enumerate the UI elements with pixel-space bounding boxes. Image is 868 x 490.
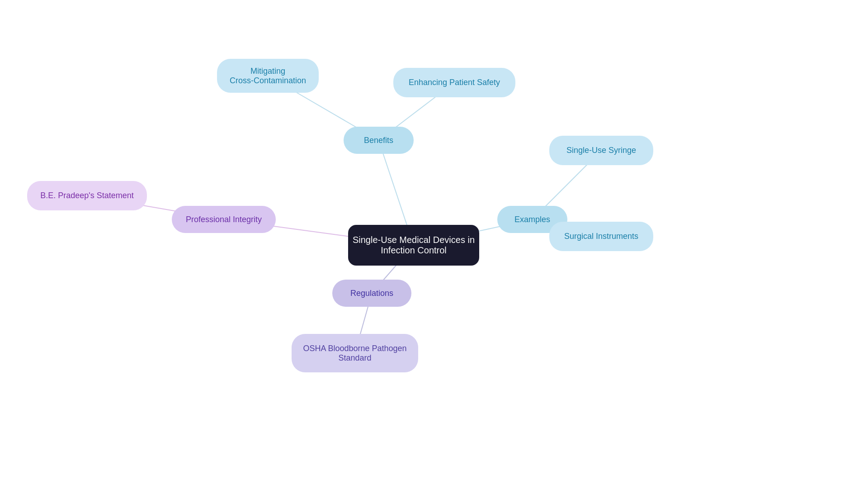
- mitigating-node[interactable]: Mitigating Cross-Contamination: [217, 59, 319, 93]
- professional-label: Professional Integrity: [186, 215, 262, 224]
- regulations-label: Regulations: [350, 289, 393, 298]
- pradeep-label: B.E. Pradeep's Statement: [40, 191, 134, 200]
- benefits-label: Benefits: [364, 136, 393, 145]
- osha-node[interactable]: OSHA Bloodborne Pathogen Standard: [292, 334, 418, 372]
- syringe-node[interactable]: Single-Use Syringe: [549, 136, 653, 165]
- surgical-node[interactable]: Surgical Instruments: [549, 222, 653, 251]
- syringe-label: Single-Use Syringe: [566, 146, 636, 155]
- surgical-label: Surgical Instruments: [564, 232, 638, 241]
- center-node[interactable]: Single-Use Medical Devices in Infection …: [348, 225, 479, 266]
- regulations-node[interactable]: Regulations: [332, 280, 411, 307]
- professional-node[interactable]: Professional Integrity: [172, 206, 276, 233]
- center-label: Single-Use Medical Devices in Infection …: [353, 235, 475, 256]
- benefits-node[interactable]: Benefits: [344, 127, 414, 154]
- mitigating-label: Mitigating Cross-Contamination: [230, 67, 306, 86]
- examples-label: Examples: [514, 215, 550, 224]
- enhancing-node[interactable]: Enhancing Patient Safety: [393, 68, 515, 97]
- pradeep-node[interactable]: B.E. Pradeep's Statement: [27, 181, 147, 210]
- enhancing-label: Enhancing Patient Safety: [409, 78, 500, 87]
- osha-label: OSHA Bloodborne Pathogen Standard: [303, 344, 406, 363]
